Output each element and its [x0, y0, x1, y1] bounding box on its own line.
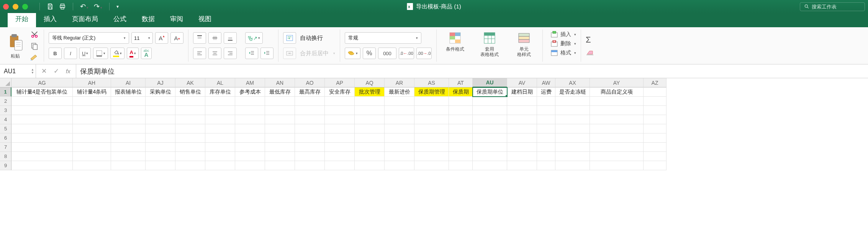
cell[interactable]	[295, 106, 325, 115]
close-window-button[interactable]	[3, 4, 9, 10]
cell[interactable]	[146, 124, 175, 133]
column-header[interactable]: AY	[590, 78, 644, 87]
column-header[interactable]: AJ	[146, 78, 175, 87]
cell[interactable]	[414, 143, 449, 152]
row-header[interactable]: 8	[0, 152, 11, 161]
cell[interactable]	[325, 161, 355, 170]
cell[interactable]	[325, 124, 355, 133]
cell[interactable]	[205, 152, 235, 161]
cell[interactable]	[205, 161, 235, 170]
column-header[interactable]: AQ	[355, 78, 385, 87]
column-header[interactable]: AT	[449, 78, 473, 87]
align-left-icon[interactable]	[193, 48, 206, 59]
cell[interactable]	[385, 143, 414, 152]
cell[interactable]: 辅计量4条码	[73, 87, 111, 97]
cell[interactable]: 最高库存	[295, 87, 325, 97]
cell[interactable]	[449, 97, 473, 106]
cell[interactable]	[235, 161, 265, 170]
column-header[interactable]: AH	[73, 78, 111, 87]
cell[interactable]	[175, 143, 205, 152]
cell[interactable]	[355, 106, 385, 115]
fx-icon[interactable]: fx	[66, 68, 70, 74]
cell[interactable]	[325, 97, 355, 106]
cell[interactable]: 安全库存	[325, 87, 355, 97]
cell[interactable]	[73, 106, 111, 115]
cell[interactable]	[449, 143, 473, 152]
cell[interactable]	[205, 97, 235, 106]
cell[interactable]	[555, 106, 590, 115]
increase-font-icon[interactable]: A▴	[155, 32, 168, 44]
cell[interactable]	[265, 106, 295, 115]
cell[interactable]	[590, 115, 644, 124]
column-header[interactable]: AV	[507, 78, 537, 87]
undo-icon[interactable]: ↶▾	[80, 2, 88, 11]
cell[interactable]	[414, 97, 449, 106]
cell[interactable]	[325, 143, 355, 152]
cell[interactable]	[555, 97, 590, 106]
cell[interactable]	[146, 115, 175, 124]
cell[interactable]	[235, 106, 265, 115]
cell[interactable]: 运费	[537, 87, 555, 97]
cell[interactable]	[449, 133, 473, 143]
confirm-edit-icon[interactable]: ✓	[54, 67, 59, 75]
cell[interactable]	[11, 115, 73, 124]
tab-data[interactable]: 数据	[134, 11, 162, 27]
cell[interactable]	[385, 124, 414, 133]
cell[interactable]	[111, 106, 146, 115]
increase-decimal-button[interactable]: .0←.00	[399, 48, 414, 59]
cell[interactable]	[295, 143, 325, 152]
cell[interactable]	[295, 124, 325, 133]
cell[interactable]	[73, 97, 111, 106]
tab-page-layout[interactable]: 页面布局	[64, 11, 106, 27]
cell[interactable]	[73, 133, 111, 143]
cell[interactable]	[73, 143, 111, 152]
cell[interactable]	[644, 143, 667, 152]
cell[interactable]: 商品自定义项	[590, 87, 644, 97]
cell[interactable]	[385, 161, 414, 170]
cell[interactable]	[644, 161, 667, 170]
cell[interactable]	[644, 97, 667, 106]
cell[interactable]	[111, 133, 146, 143]
minimize-window-button[interactable]	[13, 4, 18, 10]
cell[interactable]	[146, 143, 175, 152]
borders-button[interactable]: ▾	[93, 48, 108, 59]
cell[interactable]	[295, 161, 325, 170]
column-header[interactable]: AP	[325, 78, 355, 87]
format-cells-button[interactable]: 格式▾	[550, 49, 576, 56]
cut-icon[interactable]	[30, 30, 39, 39]
tab-home[interactable]: 开始	[8, 11, 36, 27]
cell[interactable]	[73, 161, 111, 170]
cell[interactable]	[325, 115, 355, 124]
cell[interactable]	[537, 143, 555, 152]
cell[interactable]	[325, 106, 355, 115]
cell[interactable]	[325, 152, 355, 161]
cell[interactable]	[473, 143, 507, 152]
sheet-search-input[interactable]	[812, 4, 858, 10]
clear-icon[interactable]	[586, 49, 594, 56]
cell[interactable]	[205, 143, 235, 152]
cell[interactable]	[175, 133, 205, 143]
cell[interactable]	[265, 115, 295, 124]
formula-input[interactable]: 保质期单位	[76, 67, 115, 76]
column-header[interactable]: AZ	[644, 78, 667, 87]
cell[interactable]	[111, 97, 146, 106]
cell[interactable]	[295, 152, 325, 161]
cell[interactable]	[205, 115, 235, 124]
tab-review[interactable]: 审阅	[162, 11, 191, 27]
align-top-icon[interactable]	[193, 32, 206, 44]
row-header[interactable]: 9	[0, 161, 11, 170]
cell[interactable]	[295, 133, 325, 143]
cell[interactable]	[449, 106, 473, 115]
align-right-icon[interactable]	[224, 48, 237, 59]
spreadsheet-grid[interactable]: AGAHAIAJAKALAMANAOAPAQARASATAUAVAWAXAYAZ…	[0, 78, 868, 237]
cell[interactable]	[111, 115, 146, 124]
cell[interactable]	[73, 115, 111, 124]
cell[interactable]	[555, 133, 590, 143]
cell[interactable]	[355, 124, 385, 133]
cell[interactable]	[555, 152, 590, 161]
cell[interactable]	[590, 152, 644, 161]
cell[interactable]	[473, 133, 507, 143]
redo-icon[interactable]: ↷▾	[94, 2, 102, 11]
cell[interactable]	[265, 143, 295, 152]
wrap-text-label[interactable]: 自动换行	[300, 35, 323, 42]
